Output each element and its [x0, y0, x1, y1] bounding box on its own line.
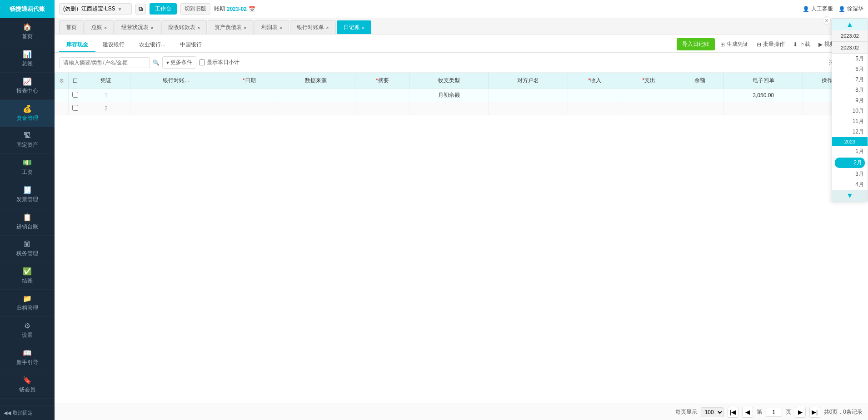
sidebar-item-membership[interactable]: 🔖 畅会员: [0, 371, 55, 399]
per-page-select[interactable]: 100 50 200: [701, 407, 724, 417]
generate-voucher-btn[interactable]: ⊞ 生成凭证: [718, 39, 751, 50]
assets-icon: 🏗: [24, 132, 31, 140]
sidebar-item-guide[interactable]: 📖 新手引导: [0, 344, 55, 371]
date-month-4[interactable]: 4月: [832, 179, 868, 190]
tab-income-statement[interactable]: 利润表 ×: [254, 20, 289, 34]
user-profile[interactable]: 👤 徐湿华: [838, 5, 863, 13]
download-btn[interactable]: ⬇ 下载: [790, 39, 813, 50]
sidebar-item-archive[interactable]: 📁 归档管理: [0, 290, 55, 317]
tab-balance-sheet-close[interactable]: ×: [244, 25, 246, 30]
sidebar-item-assets[interactable]: 🏗 固定资产: [0, 127, 55, 154]
tab-ledger-close[interactable]: ×: [104, 25, 107, 30]
sidebar-item-payroll[interactable]: 💵 工资: [0, 154, 55, 181]
row2-checkbox[interactable]: [69, 102, 82, 115]
tab-management-report-close[interactable]: ×: [150, 25, 153, 30]
customer-service[interactable]: 👤 人工客服: [803, 5, 833, 13]
tab-receivable[interactable]: 应收账款表 ×: [161, 20, 207, 34]
col-expense: *支出: [622, 73, 676, 89]
sidebar-item-close-accounts[interactable]: ✅ 结账: [0, 262, 55, 290]
date-month-5[interactable]: 5月: [832, 54, 868, 64]
tab-balance-sheet[interactable]: 资产负债表 ×: [208, 20, 253, 34]
guide-icon: 📖: [23, 349, 32, 357]
app-logo: 畅捷通易代账: [0, 0, 55, 18]
col-e-receipt: 电子回单: [724, 73, 803, 89]
row1-expense: [676, 89, 724, 102]
first-page-btn[interactable]: |◀: [728, 407, 738, 418]
tab-management-report-label: 经营状况表: [121, 24, 149, 31]
tab-receivable-close[interactable]: ×: [197, 25, 200, 30]
funds-icon: 💰: [23, 104, 32, 113]
company-name: (勿删）江西超宝-LSS: [63, 5, 115, 13]
date-month-2[interactable]: 2月: [835, 158, 865, 168]
prev-page-btn[interactable]: ◀: [742, 407, 753, 418]
bank-tab-ccb[interactable]: 建设银行: [95, 38, 132, 52]
tab-journal[interactable]: 日记账 ×: [337, 20, 371, 34]
batch-op-btn[interactable]: ⊟ 批量操作: [754, 39, 788, 50]
sidebar-item-tax[interactable]: 🏛 税务管理: [0, 236, 55, 262]
company-dropdown-arrow: ▼: [117, 6, 123, 12]
bank-tab-abc[interactable]: 农业银行...: [132, 38, 173, 52]
row1-checkbox[interactable]: [69, 89, 82, 102]
col-settings[interactable]: ⚙: [55, 73, 69, 89]
date-month-7[interactable]: 7月: [832, 74, 868, 85]
batch-op-icon: ⊟: [757, 41, 761, 48]
row1-income: [622, 89, 676, 102]
tab-journal-close[interactable]: ×: [362, 25, 364, 30]
video-icon: ▶: [818, 41, 823, 48]
col-checkbox[interactable]: ☐: [69, 73, 82, 89]
tab-income-statement-close[interactable]: ×: [279, 25, 282, 30]
sidebar-item-ledger[interactable]: 📊 总账: [0, 45, 55, 73]
topbar: (勿删）江西超宝-LSS ▼ ⧉ 工作台 切到旧版 账期 2023-02 📅 👤…: [55, 0, 868, 18]
company-selector[interactable]: (勿删）江西超宝-LSS ▼: [59, 3, 132, 15]
sidebar-item-purchase-sales[interactable]: 📋 进销台账: [0, 208, 55, 236]
close-accounts-icon: ✅: [23, 267, 32, 276]
tab-receivable-label: 应收账款表: [168, 24, 195, 31]
sidebar-item-funds[interactable]: 💰 资金管理: [0, 100, 55, 127]
date-month-6[interactable]: 6月: [832, 64, 868, 74]
show-daily-label[interactable]: 显示本日小计: [199, 59, 239, 66]
bank-tab-boc[interactable]: 中国银行: [173, 38, 209, 52]
workbench-button[interactable]: 工作台: [150, 3, 177, 15]
tab-management-report[interactable]: 经营状况表 ×: [115, 20, 160, 34]
search-input[interactable]: [59, 57, 150, 68]
calendar-icon[interactable]: 📅: [249, 6, 255, 12]
tab-home[interactable]: 首页: [59, 20, 84, 34]
close-date-panel-btn[interactable]: ×: [823, 16, 831, 25]
copy-button[interactable]: ⧉: [135, 4, 146, 15]
date-month-11[interactable]: 11月: [832, 116, 868, 127]
row2-bank-reconcile: [222, 102, 276, 115]
tab-bank-statement-close[interactable]: ×: [326, 25, 329, 30]
date-month-12[interactable]: 12月: [832, 127, 868, 137]
row1-income-expense-type: [489, 89, 568, 102]
filter-button[interactable]: ▾ 更多条件: [162, 56, 196, 69]
date-month-3[interactable]: 3月: [832, 169, 868, 179]
bank-tab-cash[interactable]: 库存现金: [59, 38, 95, 52]
next-page-btn[interactable]: ▶: [795, 407, 806, 418]
date-month-9[interactable]: 9月: [832, 95, 868, 106]
date-month-10[interactable]: 10月: [832, 106, 868, 116]
tab-bank-statement[interactable]: 银行对账单 ×: [290, 20, 335, 34]
date-month-1[interactable]: 1月: [832, 146, 868, 157]
date-month-8[interactable]: 8月: [832, 85, 868, 95]
page-input[interactable]: [766, 408, 782, 417]
sidebar-item-home[interactable]: 🏠 首页: [0, 18, 55, 45]
tab-income-statement-label: 利润表: [261, 24, 278, 31]
tab-ledger[interactable]: 总账 ×: [85, 20, 114, 34]
show-daily-checkbox[interactable]: [199, 59, 205, 65]
search-icon[interactable]: 🔍: [153, 59, 160, 66]
switch-old-version-button[interactable]: 切到旧版: [180, 3, 210, 15]
last-page-btn[interactable]: ▶|: [809, 407, 820, 418]
date-panel-up-arrow[interactable]: ▲: [832, 19, 868, 30]
row1-counterpart: [568, 89, 622, 102]
sidebar-item-invoice[interactable]: 🧾 发票管理: [0, 181, 55, 208]
sidebar-item-settings[interactable]: ⚙ 设置: [0, 317, 55, 344]
row1-data-source: [355, 89, 409, 102]
import-journal-button[interactable]: 导入日记账: [677, 38, 715, 50]
sidebar-item-reports[interactable]: 📈 报表中心: [0, 73, 55, 100]
sidebar-collapse-btn[interactable]: ◀◀ 取消固定: [0, 405, 55, 420]
date-panel-down-arrow[interactable]: ▼: [832, 190, 868, 202]
search-toolbar: 🔍 ▾ 更多条件 显示本日小计 拓称： 人民币: [55, 53, 868, 73]
service-icon: 👤: [803, 6, 809, 12]
user-avatar: 👤: [838, 6, 845, 12]
row2-num: 2: [82, 102, 130, 115]
